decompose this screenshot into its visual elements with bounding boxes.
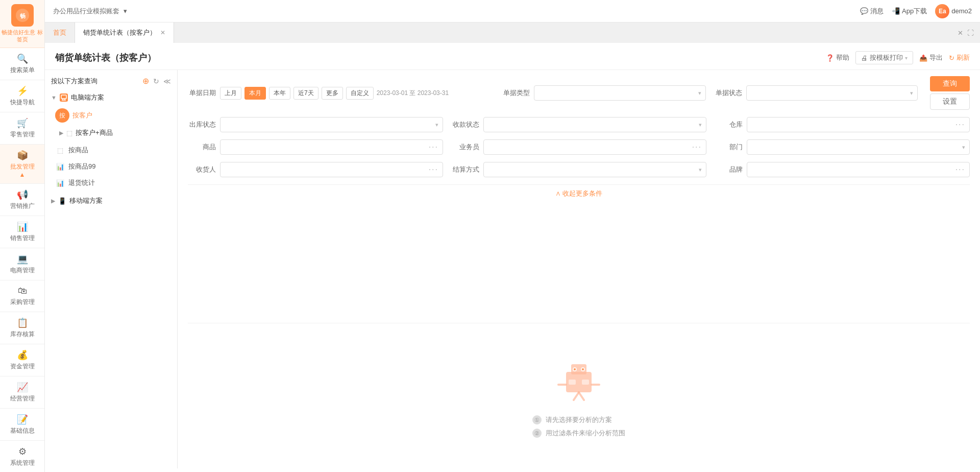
topbar: 办公用品行业模拟账套 ▾ 💬 消息 📲 App下载 Ea demo2 bbox=[45, 0, 980, 22]
svg-rect-2 bbox=[61, 95, 66, 99]
app-icon: 📲 bbox=[892, 7, 900, 15]
brand-dots-icon: ··· bbox=[955, 165, 965, 174]
sidebar-item-inventory[interactable]: 📋 库存核算 bbox=[0, 312, 44, 344]
warehouse-control: ··· bbox=[747, 117, 970, 132]
date-btn-custom[interactable]: 自定义 bbox=[346, 87, 374, 100]
tab-sales-stat[interactable]: 销货单统计表（按客户） ✕ bbox=[75, 22, 174, 43]
tab-close-btn[interactable]: ✕ bbox=[160, 29, 165, 36]
message-icon: 💬 bbox=[860, 7, 868, 15]
sidebar-item-label: 基础信息 bbox=[10, 427, 35, 435]
user-area[interactable]: Ea demo2 bbox=[935, 4, 972, 18]
department-select[interactable]: ▾ bbox=[747, 139, 970, 155]
refresh-btn[interactable]: ↻ 刷新 bbox=[949, 53, 970, 62]
sidebar-item-ecommerce[interactable]: 💻 电商管理 bbox=[0, 248, 44, 280]
sidebar-item-marketing[interactable]: 📢 营销推广 bbox=[0, 184, 44, 216]
scheme-item-return-stat[interactable]: 📊 退货统计 bbox=[45, 175, 177, 191]
filter-panel-header: 按以下方案查询 ⊕ ↻ ≪ bbox=[45, 76, 177, 90]
hint-text-2: 用过滤条件来缩小分析范围 bbox=[546, 429, 625, 438]
date-label: 单据日期 bbox=[188, 88, 216, 98]
receiver-dots-icon: ··· bbox=[429, 165, 438, 174]
brand-select[interactable]: ··· bbox=[747, 162, 970, 177]
sidebar-item-label: 销售管理 bbox=[10, 234, 35, 243]
system-icon: ⚙ bbox=[18, 446, 27, 457]
sidebar-item-label: 搜索菜单 bbox=[10, 66, 35, 75]
sidebar-item-purchase[interactable]: 🛍 采购管理 bbox=[0, 280, 44, 312]
help-btn[interactable]: ❓ 帮助 bbox=[826, 53, 849, 62]
sidebar-item-search-menu[interactable]: 🔍 搜索菜单 bbox=[0, 48, 44, 80]
message-btn[interactable]: 💬 消息 bbox=[860, 7, 884, 16]
sidebar-item-operation[interactable]: 📈 经营管理 bbox=[0, 376, 44, 409]
date-btn-this-month[interactable]: 本月 bbox=[244, 87, 266, 100]
collapse-bar[interactable]: ∧ 收起更多条件 bbox=[188, 184, 970, 202]
window-maximize-btn[interactable]: ⛶ bbox=[967, 29, 974, 37]
topbar-right: 💬 消息 📲 App下载 Ea demo2 bbox=[860, 4, 972, 18]
print-btn[interactable]: 🖨 按模板打印 ▾ bbox=[855, 51, 913, 64]
order-status-select[interactable]: ▾ bbox=[746, 85, 918, 101]
sidebar-item-basic-info[interactable]: 📝 基础信息 bbox=[0, 409, 44, 441]
basic-info-icon: 📝 bbox=[17, 414, 28, 425]
active-scheme-dot: 按 bbox=[55, 108, 69, 123]
add-scheme-btn[interactable]: ⊕ bbox=[142, 76, 149, 86]
receive-status-control: ▾ bbox=[483, 117, 706, 132]
empty-hint-2: ② 用过滤条件来缩小分析范围 bbox=[532, 429, 625, 438]
print-icon: 🖨 bbox=[861, 54, 868, 62]
receive-status-select[interactable]: ▾ bbox=[483, 117, 706, 132]
collapse-panel-btn[interactable]: ≪ bbox=[163, 77, 171, 85]
svg-line-17 bbox=[579, 392, 584, 400]
order-type-label: 单据类型 bbox=[502, 88, 530, 98]
date-btn-this-year[interactable]: 本年 bbox=[269, 87, 290, 100]
export-btn[interactable]: 📤 导出 bbox=[919, 53, 943, 62]
logo-text: 畅捷信好生意 标签页 bbox=[0, 29, 44, 43]
filter-item-receiver: 收货人 ··· bbox=[188, 162, 443, 177]
sidebar-item-wholesale[interactable]: 📦 批发管理 ▲ bbox=[0, 145, 44, 184]
query-btn[interactable]: 查询 bbox=[930, 76, 970, 91]
goods-select[interactable]: ··· bbox=[220, 139, 443, 155]
expand-arrow: ▲ bbox=[19, 171, 26, 178]
scheme-label-by-goods: 按商品 bbox=[68, 146, 88, 155]
filter-item-salesperson: 业务员 ··· bbox=[451, 139, 706, 155]
sidebar-item-finance[interactable]: 💰 资金管理 bbox=[0, 344, 44, 376]
operation-icon: 📈 bbox=[17, 382, 28, 393]
sidebar-item-system[interactable]: ⚙ 系统管理 bbox=[0, 441, 44, 472]
window-close-btn[interactable]: ✕ bbox=[958, 29, 963, 37]
filter-item-department: 部门 ▾ bbox=[715, 139, 970, 155]
scheme-sub-group-customer-goods: ▶ ⬚ 按客户+商品 bbox=[45, 126, 177, 140]
filter-row-1: 单据日期 上月 本月 本年 近7天 更多 自定义 2023-03-01 至 20… bbox=[188, 76, 970, 110]
salesperson-select[interactable]: ··· bbox=[483, 139, 706, 155]
help-icon: ❓ bbox=[826, 54, 834, 62]
scheme-item-by-goods[interactable]: ⬚ 按商品 bbox=[45, 142, 177, 158]
out-status-select[interactable]: ▾ bbox=[220, 117, 443, 132]
brand-label: 品牌 bbox=[715, 165, 743, 174]
payment-method-select[interactable]: ▾ bbox=[483, 162, 706, 177]
sidebar-item-retail[interactable]: 🛒 零售管理 bbox=[0, 112, 44, 145]
sidebar-item-label: 电商管理 bbox=[10, 266, 35, 275]
sidebar-item-sales[interactable]: 📊 销售管理 bbox=[0, 216, 44, 248]
scheme-label-customer-goods: 按客户+商品 bbox=[76, 128, 113, 137]
sub-group-customer-goods[interactable]: ▶ ⬚ 按客户+商品 bbox=[45, 126, 177, 140]
tab-home[interactable]: 首页 bbox=[45, 22, 75, 43]
app-download-btn[interactable]: 📲 App下载 bbox=[892, 7, 927, 16]
scheme-item-by-goods99[interactable]: 📊 按商品99 bbox=[45, 158, 177, 175]
out-status-arrow-icon: ▾ bbox=[435, 122, 438, 128]
date-btn-more[interactable]: 更多 bbox=[322, 87, 343, 100]
filter-item-order-type: 单据类型 ▾ bbox=[502, 85, 705, 101]
sidebar-item-quick-nav[interactable]: ⚡ 快捷导航 bbox=[0, 80, 44, 112]
scheme-item-by-customer[interactable]: 按 按客户 bbox=[45, 105, 177, 126]
date-btn-last-month[interactable]: 上月 bbox=[220, 87, 241, 100]
settings-btn[interactable]: 设置 bbox=[930, 93, 970, 110]
desktop-group-label: 电脑端方案 bbox=[71, 93, 104, 102]
date-btn-7days[interactable]: 近7天 bbox=[293, 87, 318, 100]
payment-method-label: 结算方式 bbox=[451, 165, 479, 174]
hint-num-1: ① bbox=[532, 415, 542, 424]
warehouse-select[interactable]: ··· bbox=[747, 117, 970, 132]
refresh-scheme-btn[interactable]: ↻ bbox=[153, 77, 159, 85]
tab-sales-stat-label: 销货单统计表（按客户） bbox=[83, 28, 156, 37]
topbar-dropdown-icon[interactable]: ▾ bbox=[124, 7, 127, 15]
mobile-group-header[interactable]: ▶ 📱 移动端方案 bbox=[45, 193, 177, 208]
sidebar-item-label: 库存核算 bbox=[10, 330, 35, 339]
user-name: demo2 bbox=[951, 7, 972, 15]
order-type-select[interactable]: ▾ bbox=[534, 85, 705, 101]
receiver-select[interactable]: ··· bbox=[220, 162, 443, 177]
svg-line-16 bbox=[574, 392, 579, 400]
desktop-group-header[interactable]: ▼ 电脑端方案 bbox=[45, 90, 177, 105]
